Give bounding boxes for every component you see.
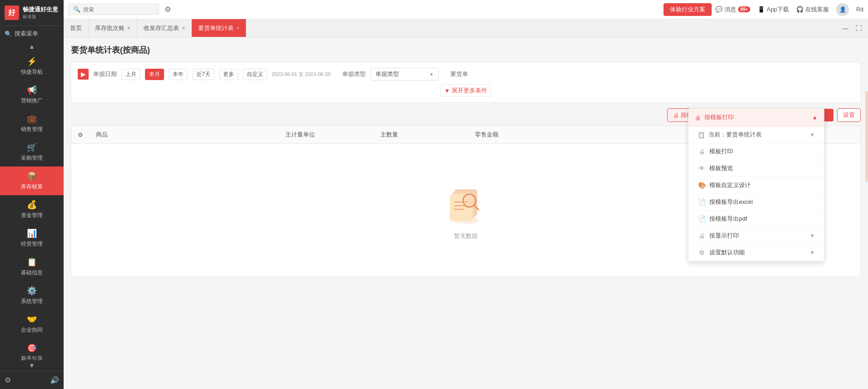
order-stats-tab-close[interactable]: × [236, 25, 239, 31]
sidebar-item-newguide[interactable]: 🎯 新手引导 [0, 338, 64, 360]
date-more-btn[interactable]: 更多 [219, 69, 238, 80]
page-content: 要货单统计表(按商品) ▶ 单据日期 上月 本月 本年 近7天 更多 自定义 2… [64, 37, 868, 389]
sidebar-item-sales[interactable]: 💼 销售管理 [0, 109, 64, 138]
online-service-label: 在线客服 [805, 5, 829, 14]
dropdown-template-design[interactable]: 🎨 模板自定义设计 [688, 177, 824, 194]
dropdown-template-preview[interactable]: 👁 模板预览 [688, 160, 824, 177]
dropdown-current-item[interactable]: 📋 当前：要货单统计表 ▼ [688, 126, 824, 143]
dropdown-collapse-btn[interactable]: ▲ [812, 114, 818, 121]
svg-point-8 [465, 196, 474, 205]
sidebar-scroll-up[interactable]: ▲ [0, 41, 64, 52]
date-custom-btn[interactable]: 自定义 [243, 69, 267, 80]
app-download-btn[interactable]: 📱 App下载 [758, 5, 789, 14]
dropdown-printer-icon: 🖨 [695, 114, 701, 121]
date-prev-month-btn[interactable]: 上月 [121, 69, 140, 80]
filter-expand-icon[interactable]: ▶ [78, 69, 89, 80]
expand-arrow-icon: ▶ [81, 71, 86, 78]
select-arrow-icon: ▼ [429, 72, 434, 77]
date-this-year-btn[interactable]: 本年 [169, 69, 188, 80]
dropdown-current-icon: 📋 [698, 131, 705, 138]
sidebar-item-system[interactable]: ⚙️ 系统管理 [0, 281, 64, 310]
filter-card: ▶ 单据日期 上月 本月 本年 近7天 更多 自定义 2023-06-01 至 … [71, 62, 861, 103]
dropdown-default-func[interactable]: ⚙ 设置默认功能 ▼ [688, 244, 824, 261]
expand-more-conditions-btn[interactable]: ▼ 展开更多条件 [440, 84, 492, 97]
sidebar-nav: ⚡ 快捷导航 📢 营销推广 💼 销售管理 🛒 采购管理 📦 库存核算 💰 资金管… [0, 52, 64, 360]
collab-label: 企业协同 [21, 326, 43, 334]
topbar: 🔍 ⚙ 体验行业方案 💬 消息 99+ 📱 App下载 🎧 在线客服 👤 Ri [64, 0, 868, 19]
sidebar-item-finance[interactable]: 💰 资金管理 [0, 195, 64, 224]
settings-icon[interactable]: ⚙ [5, 376, 11, 384]
topbar-right-area: 💬 消息 99+ 📱 App下载 🎧 在线客服 👤 Rit [715, 3, 863, 16]
table-col-qty: 主数量 [380, 131, 475, 139]
tab-maximize-btn[interactable]: ⛶ [853, 23, 864, 34]
toolbar: 🖨 按模板打印 ▲ ↑ 导出 ↺ 刷新 ··· 查询 设置 🖨 按模板打印 [71, 108, 861, 122]
topbar-gear-icon[interactable]: ⚙ [165, 5, 171, 14]
receipt-summary-tab-close[interactable]: × [182, 25, 185, 31]
inventory-icon: 📦 [27, 171, 37, 181]
app-logo-icon: 好 [5, 5, 19, 20]
online-service-icon: 🎧 [796, 6, 803, 13]
inventory-batch-tab-close[interactable]: × [127, 25, 130, 31]
tab-receipt-summary[interactable]: 收发存汇总表 × [137, 19, 192, 37]
sidebar-bottom: ⚙ 🔊 [0, 371, 64, 389]
topbar-search-input[interactable] [83, 6, 154, 13]
table-col-goods: 商品 [96, 131, 285, 139]
tab-order-stats[interactable]: 要货单统计表 × [192, 19, 246, 37]
message-btn[interactable]: 💬 消息 99+ [715, 5, 750, 14]
sidebar-scroll-down[interactable]: ▼ [0, 360, 64, 371]
dropdown-display-print[interactable]: 🖨 按显示打印 ▼ [688, 227, 824, 244]
template-design-label: 模板自定义设计 [709, 181, 751, 189]
sidebar-item-marketing[interactable]: 📢 营销推广 [0, 81, 64, 109]
sidebar-search[interactable]: 🔍 搜索菜单 [0, 26, 64, 41]
sales-label: 销售管理 [21, 126, 43, 133]
date-this-month-btn[interactable]: 本月 [145, 69, 164, 80]
template-print-label: 模板打印 [709, 147, 733, 156]
display-print-icon: 🖨 [698, 232, 706, 239]
date-range-text: 2023-06-01 至 2023-06-30 [272, 71, 331, 78]
page-title: 要货单统计表(按商品) [71, 45, 861, 56]
date-filter-label: 单据日期 [93, 70, 117, 78]
topbar-search-box[interactable]: 🔍 [68, 4, 159, 15]
collab-icon: 🤝 [27, 314, 37, 324]
type-filter-label: 单据类型 [342, 70, 366, 78]
filter-expand-section: ▼ 展开更多条件 [78, 84, 854, 97]
dropdown-header[interactable]: 🖨 按模板打印 ▲ [688, 109, 824, 126]
sidebar-item-basic[interactable]: 📋 基础信息 [0, 253, 64, 281]
dropdown-export-excel[interactable]: 📄 按模板导出excel [688, 194, 824, 211]
basic-label: 基础信息 [21, 269, 43, 277]
tab-minimize-btn[interactable]: — [840, 23, 851, 34]
type-filter-select[interactable]: 单据类型 ▼ [370, 68, 439, 81]
dropdown-export-pdf[interactable]: 📄 按模板导出pdf [688, 211, 824, 227]
dropdown-template-print[interactable]: 🖨 模板打印 [688, 143, 824, 160]
sidebar-item-collab[interactable]: 🤝 企业协同 [0, 310, 64, 338]
display-print-arrow: ▼ [810, 233, 815, 238]
tab-inventory-batch[interactable]: 库存批次账 × [89, 19, 137, 37]
export-excel-icon: 📄 [698, 198, 706, 206]
purchase-label: 采购管理 [21, 154, 43, 162]
sidebar-item-quick-nav[interactable]: ⚡ 快捷导航 [0, 52, 64, 81]
goods-label: 要货单 [450, 70, 468, 78]
display-print-label: 按显示打印 [709, 232, 739, 240]
system-label: 系统管理 [21, 298, 43, 305]
basic-icon: 📋 [27, 257, 37, 267]
order-stats-tab-label: 要货单统计表 [198, 24, 234, 32]
table-col-unit: 主计量单位 [285, 131, 380, 139]
template-preview-label: 模板预览 [709, 164, 733, 172]
app-version: 标准版 [23, 14, 58, 20]
table-col-settings[interactable]: ⚙ [78, 131, 96, 138]
sidebar-item-purchase[interactable]: 🛒 采购管理 [0, 138, 64, 167]
user-avatar[interactable]: 👤 [836, 3, 849, 16]
sidebar-item-inventory[interactable]: 📦 库存核算 [0, 167, 64, 195]
trial-industry-button[interactable]: 体验行业方案 [663, 3, 712, 16]
message-label: 消息 [724, 5, 736, 14]
message-icon: 💬 [715, 6, 723, 13]
online-service-btn[interactable]: 🎧 在线客服 [796, 5, 829, 14]
setting-btn[interactable]: 设置 [837, 108, 861, 122]
sound-icon[interactable]: 🔊 [50, 376, 59, 384]
tab-home[interactable]: 首页 [64, 19, 89, 37]
sidebar-item-operation[interactable]: 📊 经营管理 [0, 224, 64, 253]
sales-icon: 💼 [27, 114, 37, 124]
export-pdf-icon: 📄 [698, 215, 706, 222]
date-7days-btn[interactable]: 近7天 [192, 69, 215, 80]
app-download-icon: 📱 [758, 6, 765, 13]
